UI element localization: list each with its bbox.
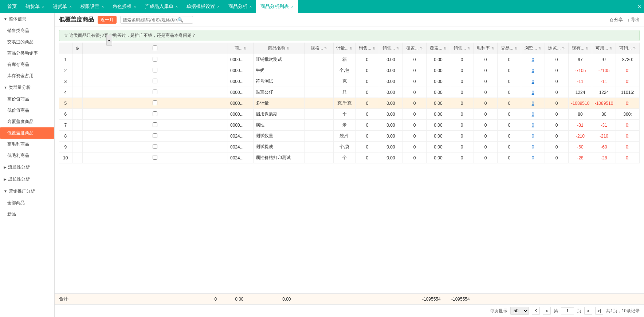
row-browse1[interactable]: 0 (521, 87, 545, 98)
export-button[interactable]: ↓ 导出 (627, 17, 640, 23)
prev-page-button[interactable]: < (543, 307, 551, 315)
col-header-sales-qty[interactable]: 销售... ⇅ (356, 43, 379, 54)
sidebar-item-low-gross[interactable]: 低毛利商品 (0, 150, 54, 161)
sidebar-section-flow[interactable]: ▶ 流通性分析 (0, 161, 54, 173)
sidebar-item-traded-goods[interactable]: 交易过的商品 (0, 36, 54, 48)
row-select-checkbox[interactable] (153, 111, 157, 116)
close-icon[interactable]: × (134, 4, 136, 9)
nav-tab-product-in[interactable]: 产成品入库单 × (141, 0, 182, 13)
col-header-cover1[interactable]: 覆盖... ⇅ (403, 43, 427, 54)
next-page-button[interactable]: > (584, 307, 592, 315)
share-button[interactable]: ⎙ 分享 (610, 17, 623, 23)
per-page-select[interactable]: 50 20 100 200 (510, 307, 529, 315)
close-icon[interactable]: × (291, 4, 293, 9)
row-stock-current: -11 (569, 76, 592, 87)
row-select-checkbox[interactable] (153, 68, 157, 72)
row-select-checkbox[interactable] (153, 57, 157, 62)
close-icon[interactable]: × (217, 4, 219, 9)
page-number-input[interactable] (561, 307, 574, 314)
row-select-checkbox[interactable] (153, 79, 157, 83)
sort-icon: ⇅ (244, 47, 247, 50)
sidebar-item-low-cover[interactable]: 低覆盖度商品 (0, 127, 54, 139)
col-header-name[interactable]: 商品名称 ⇅ (254, 43, 305, 54)
sidebar-item-high-cover[interactable]: 高覆盖度商品 (0, 116, 54, 127)
last-page-button[interactable]: >| (595, 307, 603, 315)
col-header-stock-available[interactable]: 可用... ⇅ (592, 43, 616, 54)
row-checkbox (82, 76, 228, 87)
nav-tab-template[interactable]: 单据模板设置 × (182, 0, 224, 13)
row-browse1[interactable]: 0 (521, 98, 545, 109)
row-select-checkbox[interactable] (153, 155, 157, 160)
row-cover2: 0.00 (427, 109, 450, 120)
sidebar-section-group[interactable]: ▼ 类群量分析 (0, 82, 54, 94)
col-header-stock-saleable[interactable]: 可销... ⇅ (616, 43, 640, 54)
col-header-trade[interactable]: 交易... ⇅ (498, 43, 521, 54)
search-input[interactable] (123, 17, 177, 23)
row-settings (72, 142, 82, 152)
sidebar-item-high-gross[interactable]: 高毛利商品 (0, 139, 54, 150)
row-select-checkbox[interactable] (153, 122, 157, 127)
close-icon[interactable]: × (250, 4, 252, 9)
close-icon[interactable]: × (176, 4, 178, 9)
nav-tab-purchase[interactable]: 进货单 × (48, 0, 76, 13)
col-header-sales3[interactable]: 销售... ⇅ (450, 43, 474, 54)
row-browse1[interactable]: 0 (521, 109, 545, 120)
nav-tab-analysis-list[interactable]: 商品分析列表 × (256, 0, 298, 13)
col-header-cover2[interactable]: 覆盖... ⇅ (427, 43, 450, 54)
sidebar-item-new-goods[interactable]: 新品 (0, 209, 54, 220)
data-table-container: ⚙ 商... ⇅ 商品名称 ⇅ (59, 43, 640, 293)
window-close-button[interactable]: × (638, 3, 641, 10)
col-header-sales-amt[interactable]: 销售... ⇅ (379, 43, 403, 54)
row-select-checkbox[interactable] (153, 100, 157, 105)
row-browse1[interactable]: 0 (521, 65, 545, 76)
row-num: 5 (59, 98, 72, 109)
row-browse1[interactable]: 0 (521, 142, 545, 152)
row-select-checkbox[interactable] (153, 144, 157, 149)
sidebar-item-high-value[interactable]: 高价值商品 (0, 94, 54, 105)
row-unit: 个,包 (334, 65, 356, 76)
sidebar-item-low-value[interactable]: 低价值商品 (0, 105, 54, 116)
nav-tab-role[interactable]: 角色授权 × (108, 0, 140, 13)
sidebar-item-capital[interactable]: 库存资金占用 (0, 70, 54, 82)
sidebar-item-in-stock[interactable]: 有库存商品 (0, 59, 54, 70)
close-icon[interactable]: × (42, 4, 44, 9)
row-browse1[interactable]: 0 (521, 54, 545, 65)
date-filter-button[interactable]: 近一月 (98, 16, 117, 24)
sidebar-section-growth[interactable]: ▶ 成长性分析 (0, 173, 54, 185)
sidebar-item-category-rate[interactable]: 商品分类动销率 (0, 48, 54, 59)
nav-tab-home[interactable]: 首页 (3, 0, 21, 13)
row-browse1[interactable]: 0 (521, 152, 545, 163)
close-icon[interactable]: × (102, 4, 104, 9)
sort-icon: ⇅ (538, 47, 541, 50)
select-all-checkbox[interactable] (153, 45, 157, 50)
col-header-code[interactable]: 商... ⇅ (228, 43, 254, 54)
col-header-settings[interactable]: ⚙ (72, 43, 82, 54)
nav-tab-analysis[interactable]: 商品分析 × (224, 0, 256, 13)
row-browse1[interactable]: 0 (521, 131, 545, 142)
col-header-unit[interactable]: 计量... ⇅ (334, 43, 356, 54)
col-header-stock-current[interactable]: 现有... ⇅ (569, 43, 592, 54)
row-cover1: 0 (403, 87, 427, 98)
nav-tab-sales[interactable]: 销货单 × (21, 0, 48, 13)
sidebar-item-all-goods[interactable]: 全部商品 (0, 197, 54, 209)
row-select-checkbox[interactable] (153, 133, 157, 138)
col-header-spec[interactable]: 规格... ⇅ (305, 43, 334, 54)
close-icon[interactable]: × (69, 4, 71, 9)
nav-tab-permission[interactable]: 权限设置 × (76, 0, 108, 13)
settings-icon[interactable]: ⚙ (75, 46, 79, 51)
col-header-browse1[interactable]: 浏览... ⇅ (521, 43, 545, 54)
sidebar-item-sales-goods[interactable]: 销售类商品 (0, 25, 54, 36)
sidebar-section-marketing[interactable]: ▼ 营销推广分析 (0, 185, 54, 197)
row-stock-available: 1224 (592, 87, 616, 98)
first-page-button[interactable]: K (532, 307, 540, 315)
col-header-gross[interactable]: 毛利率 ⇅ (474, 43, 498, 54)
sidebar-collapse-button[interactable]: « (106, 35, 112, 46)
col-header-browse2[interactable]: 浏览... ⇅ (545, 43, 569, 54)
row-browse1[interactable]: 0 (521, 120, 545, 131)
row-settings (72, 87, 82, 98)
row-select-checkbox[interactable] (153, 90, 157, 94)
sidebar-section-overall[interactable]: ▼ 整体信息 (0, 13, 54, 25)
row-browse1[interactable]: 0 (521, 76, 545, 87)
row-sales-amt: 0.00 (379, 98, 403, 109)
search-icon[interactable]: 🔍 (177, 17, 183, 23)
